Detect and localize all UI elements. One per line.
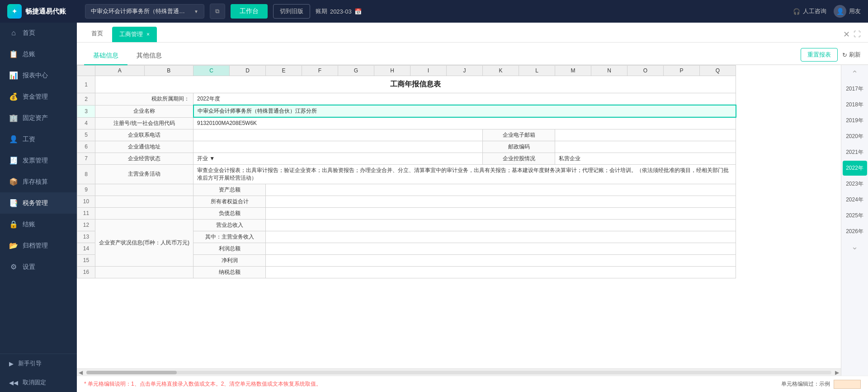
tab-close-button[interactable]: × bbox=[146, 31, 150, 38]
scroll-thumb[interactable] bbox=[86, 371, 177, 374]
year-item-2017[interactable]: 2017年 bbox=[843, 81, 867, 96]
liability-value[interactable] bbox=[266, 207, 736, 219]
col-header-i[interactable]: I bbox=[410, 66, 447, 76]
total-assets-value[interactable] bbox=[266, 184, 736, 196]
sidebar-item-ledger[interactable]: 📋 总账 bbox=[0, 43, 77, 65]
spreadsheet-main[interactable]: A B C D E F G H I J bbox=[77, 65, 841, 368]
assets-info-group-label: 企业资产状况信息(币种：人民币万元) bbox=[95, 219, 193, 266]
sidebar-item-archive[interactable]: 📂 归档管理 bbox=[0, 235, 77, 256]
col-header-m[interactable]: M bbox=[555, 66, 591, 76]
year-item-2018[interactable]: 2018年 bbox=[843, 97, 867, 112]
copy-button[interactable]: ⧉ bbox=[210, 4, 225, 19]
workbench-button[interactable]: 工作台 bbox=[231, 4, 268, 19]
sidebar-item-home[interactable]: ⌂ 首页 bbox=[0, 23, 77, 43]
col-header-l[interactable]: L bbox=[519, 66, 555, 76]
home-icon: ⌂ bbox=[9, 29, 18, 37]
sidebar-item-unpin[interactable]: ◀◀ 取消固定 bbox=[0, 373, 77, 392]
email-value[interactable] bbox=[555, 129, 736, 141]
main-biz-value[interactable]: 审查企业会计报表；出具审计报告；验证企业资本；出具验资报告；办理企业合并、分立、… bbox=[193, 164, 736, 184]
col-header-d[interactable]: D bbox=[230, 66, 266, 76]
col-header-k[interactable]: K bbox=[483, 66, 519, 76]
scroll-track[interactable] bbox=[86, 371, 831, 374]
year-item-2022[interactable]: 2022年 bbox=[843, 161, 867, 176]
year-item-2021[interactable]: 2021年 bbox=[843, 145, 867, 160]
corner-header bbox=[77, 66, 95, 76]
col-header-h[interactable]: H bbox=[374, 66, 410, 76]
sheet-title: 工商年报信息表 bbox=[95, 76, 736, 93]
tax-total-value[interactable] bbox=[266, 266, 736, 278]
year-item-2019[interactable]: 2019年 bbox=[843, 113, 867, 128]
reg-code-value[interactable]: 91320100MA208E5W6K bbox=[193, 117, 736, 129]
tab-home[interactable]: 首页 bbox=[84, 26, 110, 42]
year-item-2020[interactable]: 2020年 bbox=[843, 129, 867, 144]
year-down-button[interactable]: ⌄ bbox=[849, 240, 860, 253]
refresh-button[interactable]: ↻ 刷新 bbox=[842, 51, 861, 59]
sub-tab-other[interactable]: 其他信息 bbox=[127, 48, 171, 65]
col-header-f[interactable]: F bbox=[302, 66, 338, 76]
scroll-right-button[interactable]: ▶ bbox=[835, 369, 839, 376]
user-area[interactable]: 👤 用友 bbox=[834, 5, 861, 18]
col-header-p[interactable]: P bbox=[664, 66, 700, 76]
assets-icon: 🏢 bbox=[9, 114, 18, 122]
sub-tab-basic[interactable]: 基础信息 bbox=[84, 48, 127, 65]
sidebar-item-close[interactable]: 🔒 结账 bbox=[0, 214, 77, 235]
scroll-left-button[interactable]: ◀ bbox=[79, 369, 83, 376]
horizontal-scrollbar[interactable]: ◀ ▶ bbox=[77, 368, 841, 376]
sample-cell bbox=[834, 380, 861, 389]
address-value[interactable] bbox=[193, 141, 483, 153]
salary-icon: 👤 bbox=[9, 135, 18, 143]
equity-value[interactable] bbox=[266, 196, 736, 207]
row-num-5: 5 bbox=[77, 129, 95, 141]
year-item-2025[interactable]: 2025年 bbox=[843, 208, 867, 223]
support-button[interactable]: 🎧 人工咨询 bbox=[793, 7, 826, 15]
postcode-value[interactable] bbox=[555, 141, 736, 153]
sidebar-item-guide[interactable]: ▶ 新手引导 bbox=[0, 354, 77, 373]
sidebar-item-settings[interactable]: ⚙ 设置 bbox=[0, 256, 77, 277]
sidebar-item-report[interactable]: 📊 报表中心 bbox=[0, 65, 77, 86]
company-name-value[interactable]: 中审众环会计师事务所（特殊普通合伙）江苏分所 bbox=[193, 105, 736, 117]
year-item-2026[interactable]: 2026年 bbox=[843, 224, 867, 239]
report-icon: 📊 bbox=[9, 71, 18, 80]
biz-status-label: 企业经营状态 bbox=[95, 153, 193, 164]
unpin-icon: ◀◀ bbox=[9, 379, 18, 386]
col-header-b[interactable]: B bbox=[144, 66, 193, 76]
ledger-icon: 📋 bbox=[9, 50, 18, 58]
main-revenue-value[interactable] bbox=[266, 231, 736, 243]
col-header-g[interactable]: G bbox=[338, 66, 374, 76]
col-header-c[interactable]: C bbox=[193, 66, 230, 76]
sidebar-item-inventory[interactable]: 📦 库存核算 bbox=[0, 171, 77, 192]
net-profit-value[interactable] bbox=[266, 254, 736, 266]
year-item-2023[interactable]: 2023年 bbox=[843, 177, 867, 191]
year-item-2024[interactable]: 2024年 bbox=[843, 192, 867, 207]
tab-active-commerce[interactable]: 工商管理 × bbox=[112, 27, 157, 42]
year-up-button[interactable]: ⌃ bbox=[849, 67, 860, 81]
sidebar-item-salary[interactable]: 👤 工资 bbox=[0, 129, 77, 150]
col-header-n[interactable]: N bbox=[591, 66, 627, 76]
sidebar-item-fund[interactable]: 💰 资金管理 bbox=[0, 86, 77, 107]
calendar-icon[interactable]: 📅 bbox=[354, 8, 362, 15]
col-header-o[interactable]: O bbox=[627, 66, 664, 76]
col-header-a[interactable]: A bbox=[95, 66, 145, 76]
holding-label: 企业控股情况 bbox=[483, 153, 555, 164]
row-num-10: 10 bbox=[77, 196, 95, 207]
biz-status-value[interactable]: 开业 ▼ bbox=[193, 153, 483, 164]
total-revenue-value[interactable] bbox=[266, 219, 736, 231]
profit-value[interactable] bbox=[266, 243, 736, 254]
sidebar-item-assets[interactable]: 🏢 固定资产 bbox=[0, 107, 77, 129]
col-header-e[interactable]: E bbox=[266, 66, 302, 76]
phone-value[interactable] bbox=[193, 129, 483, 141]
col-header-j[interactable]: J bbox=[447, 66, 483, 76]
window-close-icon[interactable]: ✕ bbox=[843, 29, 850, 39]
expand-icon[interactable]: ⛶ bbox=[854, 30, 861, 38]
switch-version-button[interactable]: 切到旧版 bbox=[273, 4, 310, 19]
table-row: 7 企业经营状态 开业 ▼ 企业控股情况 私营企业 bbox=[77, 153, 736, 164]
total-revenue-label: 营业总收入 bbox=[193, 219, 266, 231]
tax-period-value[interactable]: 2022年度 bbox=[193, 93, 736, 105]
sidebar-item-tax[interactable]: 📑 税务管理 bbox=[0, 192, 77, 214]
company-selector[interactable]: 中审众环会计师事务所（特殊普通合伙...） ▼ bbox=[85, 4, 204, 19]
sidebar-item-invoice[interactable]: 🧾 发票管理 bbox=[0, 150, 77, 171]
reset-report-button[interactable]: 重置报表 bbox=[801, 48, 838, 62]
col-header-q[interactable]: Q bbox=[700, 66, 736, 76]
user-icon: 👤 bbox=[836, 8, 844, 15]
holding-value[interactable]: 私营企业 bbox=[555, 153, 736, 164]
